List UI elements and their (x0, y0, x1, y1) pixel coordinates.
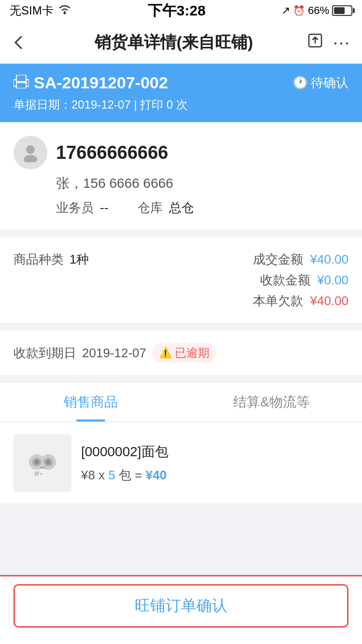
nav-bar: 销货单详情(来自旺铺) ··· (0, 21, 362, 64)
printer-icon (14, 73, 29, 92)
product-info: [0000002]面包 ¥8 x 5 包 = ¥40 (81, 443, 348, 484)
svg-point-4 (25, 82, 27, 84)
warehouse-field: 仓库 总仓 (138, 199, 194, 216)
tabs-bar: 销售商品 结算&物流等 (0, 383, 362, 421)
customer-section: 17666666666 张，156 6666 6666 业务员 -- 仓库 总仓 (0, 122, 362, 230)
svg-point-6 (24, 155, 37, 162)
location-icon: ↗ (281, 4, 290, 17)
carrier-text: 无SIM卡 (10, 3, 54, 18)
overdue-badge: ⚠️ 已逾期 (152, 343, 216, 363)
customer-name: 张，156 6666 6666 (14, 174, 348, 193)
order-header: SA-20191207-002 🕐 待确认 单据日期：2019-12-07 | … (0, 64, 362, 122)
product-name: [0000002]面包 (81, 443, 348, 461)
svg-point-5 (26, 145, 35, 154)
svg-point-12 (46, 460, 50, 464)
summary-left: 商品种类 1种 (14, 251, 89, 268)
summary-section: 商品种类 1种 成交金额 ¥40.00 收款金额 ¥0.00 本单欠款 ¥40.… (0, 238, 362, 323)
tabs-section: 销售商品 结算&物流等 (0, 383, 362, 422)
bottom-bar: 旺铺订单确认 (0, 575, 362, 644)
due-label: 收款到期日 (14, 345, 76, 362)
battery-percent: 66% (308, 4, 329, 17)
alarm-icon: ⏰ (293, 5, 305, 16)
status-carrier: 无SIM卡 (10, 3, 72, 18)
avatar (14, 136, 47, 169)
customer-meta: 业务员 -- 仓库 总仓 (14, 199, 348, 216)
order-date: 单据日期：2019-12-07 | 打印 0 次 (14, 97, 348, 112)
products-section: 舒+ [0000002]面包 ¥8 x 5 包 = ¥40 (0, 422, 362, 504)
owed-amount: 本单欠款 ¥40.00 (253, 293, 348, 309)
status-indicators: ↗ ⏰ 66% (281, 4, 352, 17)
due-date: 2019-12-07 (82, 346, 146, 361)
salesperson-field: 业务员 -- (56, 199, 109, 216)
export-icon[interactable] (307, 32, 323, 52)
battery-icon (332, 5, 352, 16)
more-icon[interactable]: ··· (333, 32, 350, 53)
order-status: 🕐 待确认 (292, 74, 348, 91)
warning-icon: ⚠️ (159, 347, 172, 359)
status-bar: 无SIM卡 下午3:28 ↗ ⏰ 66% (0, 0, 362, 21)
customer-phone: 17666666666 (56, 142, 168, 163)
page-title: 销货单详情(来自旺铺) (41, 31, 307, 54)
due-date-section: 收款到期日 2019-12-07 ⚠️ 已逾期 (0, 331, 362, 375)
product-item: 舒+ [0000002]面包 ¥8 x 5 包 = ¥40 (0, 422, 362, 504)
product-type: 商品种类 1种 (14, 251, 89, 268)
tab-sales-products[interactable]: 销售商品 (0, 383, 181, 421)
wifi-icon (57, 4, 72, 17)
tab-settle-logistics[interactable]: 结算&物流等 (181, 383, 362, 421)
svg-point-0 (63, 12, 66, 14)
order-id: SA-20191207-002 (14, 73, 168, 92)
nav-actions: ··· (307, 32, 350, 53)
product-thumbnail: 舒+ (14, 434, 71, 492)
svg-rect-2 (16, 75, 26, 82)
status-time: 下午3:28 (148, 1, 206, 21)
svg-text:舒+: 舒+ (34, 471, 42, 476)
summary-amounts: 成交金额 ¥40.00 收款金额 ¥0.00 本单欠款 ¥40.00 (253, 251, 348, 309)
clock-icon: 🕐 (292, 75, 308, 90)
product-price-formula: ¥8 x 5 包 = ¥40 (81, 467, 348, 484)
svg-rect-3 (16, 83, 26, 88)
confirm-button[interactable]: 旺铺订单确认 (14, 584, 348, 628)
deal-amount: 成交金额 ¥40.00 (253, 251, 348, 268)
back-button[interactable] (12, 32, 41, 53)
received-amount: 收款金额 ¥0.00 (260, 272, 348, 289)
svg-point-11 (35, 460, 39, 464)
